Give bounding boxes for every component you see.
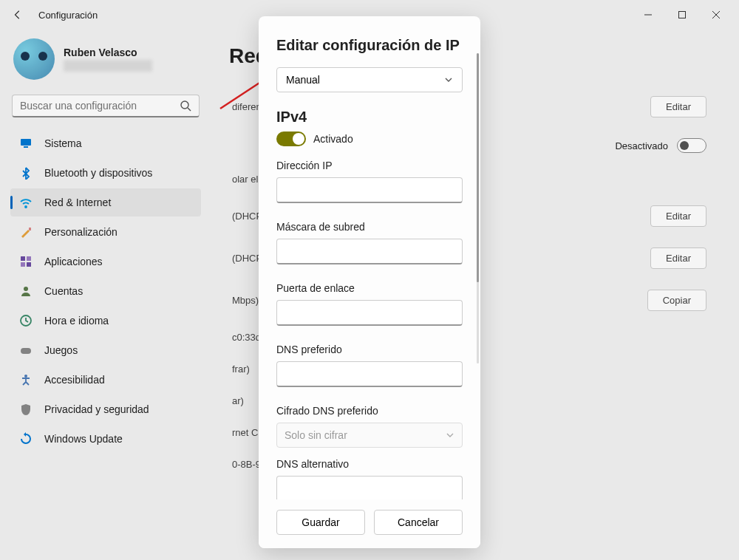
field-input[interactable] xyxy=(276,239,463,264)
field-label: Dirección IP xyxy=(276,160,463,171)
field-label: DNS preferido xyxy=(276,344,463,355)
field-input[interactable] xyxy=(276,300,463,326)
ip-mode-value: Manual xyxy=(286,74,320,86)
ip-mode-dropdown[interactable]: Manual xyxy=(276,67,463,92)
ipv4-heading: IPv4 xyxy=(276,109,463,126)
field-input[interactable] xyxy=(276,361,463,387)
field-label: Máscara de subred xyxy=(276,221,463,233)
ip-settings-dialog: Editar configuración de IP Manual IPv4 A… xyxy=(259,16,480,548)
dialog-title: Editar configuración de IP xyxy=(276,37,463,54)
field-label: Cifrado DNS preferido xyxy=(276,405,463,417)
ipv4-toggle-label: Activado xyxy=(313,133,353,145)
chevron-down-icon xyxy=(446,431,454,440)
field-label: Puerta de enlace xyxy=(276,282,463,294)
dialog-scrollbar[interactable] xyxy=(477,53,479,363)
ipv4-toggle[interactable] xyxy=(276,132,306,146)
field-input[interactable] xyxy=(276,177,463,203)
chevron-down-icon xyxy=(444,75,453,84)
field-label: DNS alternativo xyxy=(276,458,463,470)
field-input[interactable] xyxy=(276,476,463,499)
save-button[interactable]: Guardar xyxy=(276,510,365,535)
cancel-button[interactable]: Cancelar xyxy=(374,510,463,535)
field-select[interactable]: Solo sin cifrar xyxy=(276,423,463,448)
modal-overlay: Editar configuración de IP Manual IPv4 A… xyxy=(0,0,739,560)
select-value: Solo sin cifrar xyxy=(285,429,347,441)
